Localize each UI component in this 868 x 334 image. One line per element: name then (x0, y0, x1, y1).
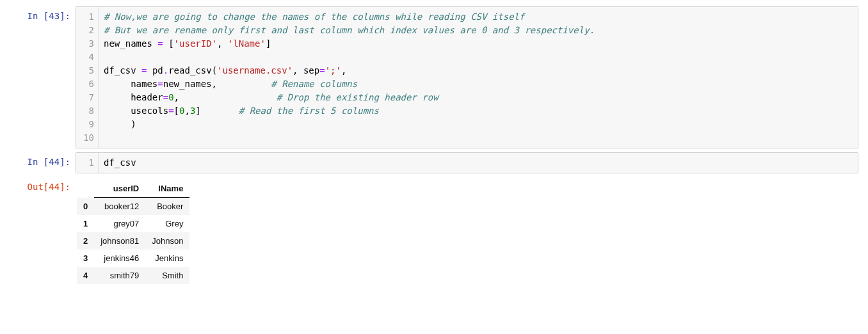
cell-value: Smith (145, 267, 189, 284)
code-cell-43: In [43]: 1 2 3 4 5 6 7 8 9 10 # Now,we a… (10, 6, 858, 148)
cell-value: grey07 (94, 215, 145, 232)
table-row: 4smith79Smith (77, 267, 189, 284)
code-content[interactable]: # Now,we are going to change the names o… (99, 7, 858, 148)
code-cell-44: In [44]: 1 df_csv (10, 152, 858, 173)
row-index: 4 (77, 267, 94, 284)
table-row: 0booker12Booker (77, 198, 189, 216)
table-row: 1grey07Grey (77, 215, 189, 232)
output-prompt: Out[44]: (10, 177, 76, 193)
dataframe-table: userID lName 0booker12Booker1grey07Grey2… (77, 180, 189, 284)
input-prompt: In [43]: (10, 6, 76, 22)
output-cell-44: Out[44]: userID lName 0booker12Booker1gr… (10, 177, 858, 284)
column-header: userID (94, 180, 145, 198)
row-index: 0 (77, 198, 94, 216)
output-area: userID lName 0booker12Booker1grey07Grey2… (76, 177, 858, 284)
code-editor[interactable]: 1 2 3 4 5 6 7 8 9 10 # Now,we are going … (76, 6, 858, 148)
cell-value: jenkins46 (94, 250, 145, 267)
code-content[interactable]: df_csv (99, 153, 858, 173)
table-row: 2johnson81Johnson (77, 232, 189, 250)
cell-value: Johnson (145, 232, 189, 250)
table-row: 3jenkins46Jenkins (77, 250, 189, 267)
index-header (77, 180, 94, 198)
cell-value: Booker (145, 198, 189, 216)
cell-value: johnson81 (94, 232, 145, 250)
code-editor[interactable]: 1 df_csv (76, 152, 858, 173)
cell-value: booker12 (94, 198, 145, 216)
row-index: 3 (77, 250, 94, 267)
line-gutter: 1 (76, 153, 99, 173)
cell-value: Grey (145, 215, 189, 232)
column-header: lName (145, 180, 189, 198)
cell-value: Jenkins (145, 250, 189, 267)
line-gutter: 1 2 3 4 5 6 7 8 9 10 (76, 7, 99, 148)
row-index: 2 (77, 232, 94, 250)
row-index: 1 (77, 215, 94, 232)
cell-value: smith79 (94, 267, 145, 284)
input-prompt: In [44]: (10, 152, 76, 168)
